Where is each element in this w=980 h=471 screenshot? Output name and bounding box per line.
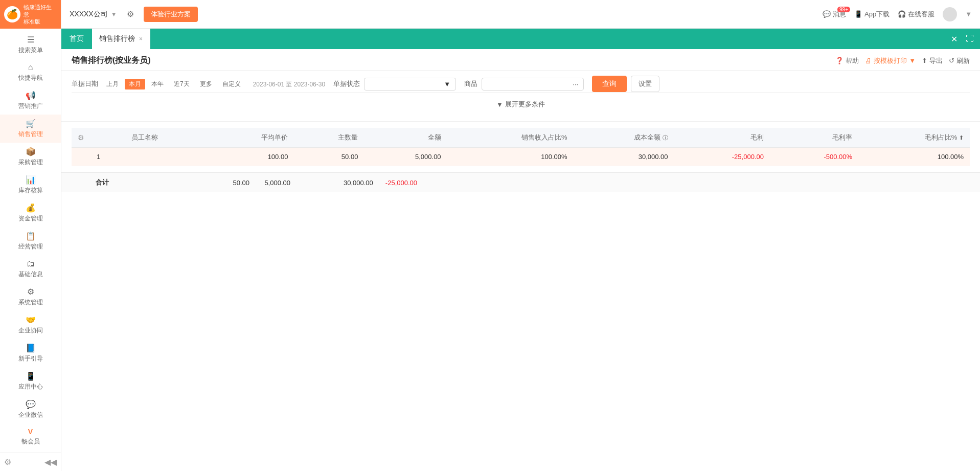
- date-tab-more[interactable]: 更多: [196, 79, 216, 89]
- operations-icon: 📋: [26, 231, 36, 241]
- sidebar-item-system[interactable]: ⚙ 系统管理: [0, 283, 61, 311]
- expand-more-button[interactable]: ▼ 展开更多条件: [493, 97, 548, 112]
- status-filter-label: 单据状态: [333, 79, 360, 88]
- sidebar-item-appstore[interactable]: 📱 应用中心: [0, 367, 61, 395]
- sidebar-item-finance[interactable]: 💰 资金管理: [0, 199, 61, 227]
- help-icon: ❓: [835, 57, 844, 64]
- tabbar: 首页 销售排行榜 × ✕ ⛶: [61, 29, 980, 49]
- date-tab-custom[interactable]: 自定义: [218, 79, 245, 89]
- sidebar-item-search-order[interactable]: ☰ 搜索菜单: [0, 31, 61, 59]
- sidebar-item-operations[interactable]: 📋 经营管理: [0, 227, 61, 255]
- online-service-button[interactable]: 🎧 在线客服: [898, 10, 935, 19]
- chevron-down-expand-icon: ▼: [496, 101, 503, 108]
- download-icon: 📱: [854, 10, 862, 18]
- app-download-button[interactable]: 📱 App下载: [854, 10, 890, 19]
- date-tab-prev-month[interactable]: 上月: [102, 79, 123, 89]
- company-name: XXXXX公司: [70, 10, 108, 19]
- tab-home[interactable]: 首页: [61, 29, 92, 49]
- table-row: 1 100.00 50.00 5,000.00 100.00% 30,000.0…: [72, 148, 970, 166]
- page: 销售排行榜(按业务员) ❓ 帮助 🖨 按模板打印 ▼ ⬆ 导出: [61, 49, 980, 471]
- chevron-down-icon: ▼: [111, 11, 117, 18]
- footer-label: 合计: [72, 178, 174, 187]
- cell-cost: 30,000.00: [574, 148, 674, 166]
- goods-filter-label: 商品: [464, 79, 477, 88]
- company-selector[interactable]: XXXXX公司 ▼: [70, 10, 117, 19]
- page-header: 销售排行榜(按业务员) ❓ 帮助 🖨 按模板打印 ▼ ⬆ 导出: [61, 49, 980, 71]
- settings-bottom-icon[interactable]: ⚙: [4, 457, 11, 467]
- settings-icon[interactable]: ⚙: [123, 7, 138, 21]
- filter-actions: 查询 设置: [592, 76, 659, 92]
- export-button[interactable]: ⬆ 导出: [922, 56, 943, 65]
- cell-main-qty: 50.00: [294, 148, 364, 166]
- tab-sales-ranking[interactable]: 销售排行榜 ×: [92, 29, 150, 49]
- sales-table: ⚙ 员工名称 平均单价 主数量 全额 销售收入占比% 成本全额 ⓘ 毛利 毛利率…: [72, 128, 970, 166]
- sidebar-item-marketing[interactable]: 📢 营销推广: [0, 86, 61, 115]
- col-rank: [90, 128, 125, 148]
- date-tab-cur-month[interactable]: 本月: [125, 79, 145, 89]
- refresh-icon: ↺: [949, 57, 954, 64]
- refresh-button[interactable]: ↺ 刷新: [949, 56, 970, 65]
- tab-close-icon[interactable]: ×: [139, 35, 143, 42]
- sidebar-item-guide[interactable]: 📘 新手引导: [0, 339, 61, 367]
- goods-filter: 商品 ···: [464, 78, 584, 91]
- message-icon: 💬: [823, 10, 831, 18]
- date-filter-label: 单据日期: [72, 79, 98, 88]
- topbar: XXXXX公司 ▼ ⚙ 体验行业方案 💬 消息 99+ 📱 App下载 🎧 在线…: [61, 0, 980, 29]
- sidebar-item-basics[interactable]: 🗂 基础信息: [0, 255, 61, 283]
- sales-icon: 🛒: [26, 119, 36, 128]
- col-settings[interactable]: ⚙: [72, 128, 90, 148]
- guide-icon: 📘: [26, 343, 36, 353]
- footer-profit: -25,000.00: [379, 179, 423, 187]
- inventory-icon: 📊: [26, 175, 36, 185]
- filter-bar: 单据日期 上月 本月 本年 近7天 更多 自定义 2023-06-01 至 20…: [61, 71, 980, 122]
- cell-profit-rate: -500.00%: [770, 148, 858, 166]
- logo-text: 畅康通好生意 标准版: [24, 4, 57, 26]
- template-print-button[interactable]: 🖨 按模板打印 ▼: [865, 56, 916, 65]
- sidebar-item-purchase[interactable]: 📦 采购管理: [0, 143, 61, 171]
- col-profit-rate: 毛利率: [770, 128, 858, 148]
- date-tab-cur-year[interactable]: 本年: [147, 79, 168, 89]
- date-tabs: 上月 本月 本年 近7天 更多 自定义: [102, 79, 245, 89]
- expand-section: ▼ 展开更多条件: [72, 92, 970, 116]
- enterprise-icon: 🤝: [26, 315, 36, 325]
- cell-total: 5,000.00: [364, 148, 447, 166]
- settings-filter-button[interactable]: 设置: [631, 76, 659, 92]
- collapse-icon[interactable]: ◀◀: [44, 457, 57, 467]
- help-button[interactable]: ❓ 帮助: [835, 56, 859, 65]
- table-header-row: ⚙ 员工名称 平均单价 主数量 全额 销售收入占比% 成本全额 ⓘ 毛利 毛利率…: [72, 128, 970, 148]
- sidebar-item-vip[interactable]: V 畅会员: [0, 423, 61, 450]
- username: ▼: [965, 10, 972, 18]
- sidebar-item-quick-nav[interactable]: ⌂ 快捷导航: [0, 59, 61, 86]
- sidebar-item-enterprise[interactable]: 🤝 企业协同: [0, 311, 61, 339]
- col-profit: 毛利: [674, 128, 770, 148]
- col-employee: 员工名称: [125, 128, 210, 148]
- trial-button[interactable]: 体验行业方案: [144, 7, 198, 22]
- table-container: ⚙ 员工名称 平均单价 主数量 全额 销售收入占比% 成本全额 ⓘ 毛利 毛利率…: [61, 122, 980, 172]
- finance-icon: 💰: [26, 203, 36, 213]
- footer-main-qty: 50.00: [215, 179, 256, 187]
- sidebar-bottom: ⚙ ◀◀: [0, 453, 61, 471]
- page-actions: ❓ 帮助 🖨 按模板打印 ▼ ⬆ 导出 ↺ 刷新: [835, 56, 970, 65]
- date-tab-last7[interactable]: 近7天: [170, 79, 194, 89]
- tabbar-right: ✕ ⛶: [949, 32, 980, 46]
- status-filter: 单据状态 ▼: [333, 78, 456, 91]
- cell-profit: -25,000.00: [674, 148, 770, 166]
- search-order-icon: ☰: [27, 35, 34, 44]
- page-title: 销售排行榜(按业务员): [72, 55, 151, 66]
- message-button[interactable]: 💬 消息 99+: [823, 10, 846, 19]
- row-settings-icon: [72, 148, 90, 166]
- basics-icon: 🗂: [27, 259, 35, 268]
- home-icon: ⌂: [28, 63, 33, 72]
- sidebar-item-wechat[interactable]: 💬 企业微信: [0, 395, 61, 423]
- query-button[interactable]: 查询: [592, 76, 627, 92]
- system-icon: ⚙: [27, 287, 34, 297]
- status-select[interactable]: ▼: [364, 78, 456, 91]
- goods-input[interactable]: ···: [482, 78, 584, 91]
- appstore-icon: 📱: [26, 371, 36, 381]
- maximize-icon[interactable]: ⛶: [964, 32, 976, 46]
- status-select-placeholder: [370, 80, 408, 88]
- sidebar-item-inventory[interactable]: 📊 库存核算: [0, 171, 61, 199]
- avatar[interactable]: [943, 7, 957, 21]
- sidebar-item-sales[interactable]: 🛒 销售管理: [0, 115, 61, 143]
- close-window-icon[interactable]: ✕: [949, 32, 960, 46]
